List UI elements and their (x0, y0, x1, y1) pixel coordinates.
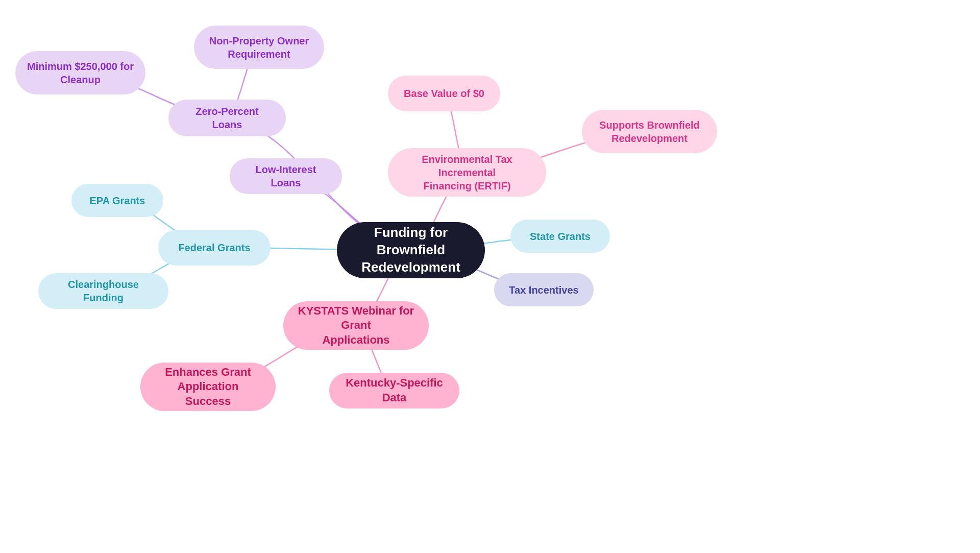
node-supports-brownfield: Supports Brownfield Redevelopment (582, 110, 717, 153)
node-base-value: Base Value of $0 (388, 76, 500, 111)
node-zero-percent-loans: Zero-Percent Loans (168, 100, 286, 136)
node-tax-incentives: Tax Incentives (494, 273, 594, 306)
node-ertif: Environmental Tax Incremental Financing … (388, 148, 546, 197)
node-state-grants: State Grants (510, 220, 610, 253)
node-non-property-owner: Non-Property Owner Requirement (194, 26, 324, 69)
node-min-cleanup: Minimum $250,000 for Cleanup (15, 51, 145, 94)
mindmap-container: Funding for Brownfield Redevelopment Zer… (0, 0, 980, 553)
node-kentucky-data: Kentucky-Specific Data (329, 373, 459, 408)
node-clearinghouse-funding: Clearinghouse Funding (38, 273, 168, 309)
node-low-interest-loans: Low-Interest Loans (230, 158, 342, 194)
node-kystats: KYSTATS Webinar for Grant Applications (283, 301, 429, 350)
node-center: Funding for Brownfield Redevelopment (337, 222, 485, 278)
node-enhances-grant: Enhances Grant Application Success (140, 363, 276, 411)
node-epa-grants: EPA Grants (71, 184, 163, 217)
node-federal-grants: Federal Grants (158, 230, 271, 266)
